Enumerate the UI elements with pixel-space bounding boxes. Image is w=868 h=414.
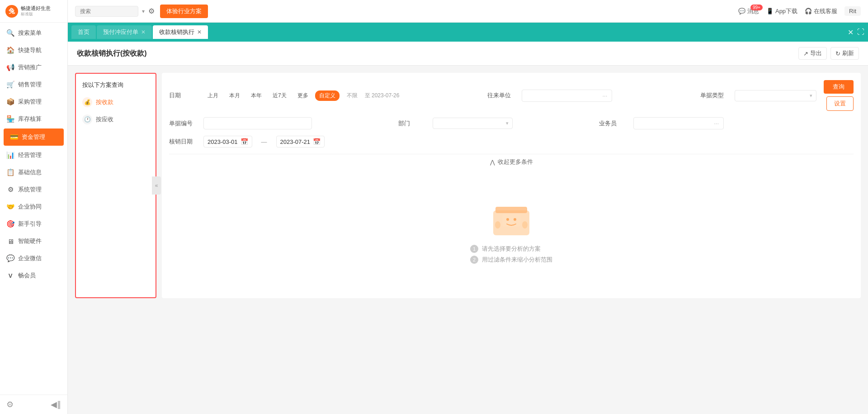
calendar-end-icon[interactable]: 📅	[313, 138, 321, 145]
export-button[interactable]: ↗ 导出	[798, 47, 827, 60]
tab-home[interactable]: 首页	[71, 25, 96, 39]
username-label: Rit	[849, 8, 856, 14]
bill-type-arrow: ▾	[810, 93, 812, 99]
sidebar-item-label: 基础信息	[18, 168, 42, 176]
sidebar-item-operations[interactable]: 📊 经营管理	[0, 147, 67, 164]
page-title: 收款核销执行(按收款)	[77, 49, 147, 58]
tab-prepay-label: 预付冲应付单	[103, 28, 138, 36]
tab-prepay[interactable]: 预付冲应付单 ✕	[97, 25, 152, 39]
dept-select[interactable]: ▾	[433, 118, 513, 129]
page-header: 收款核销执行(按收款) ↗ 导出 ↻ 刷新	[68, 42, 868, 66]
date-custom[interactable]: 自定义	[315, 90, 340, 101]
sidebar-item-hardware[interactable]: 🖥 智能硬件	[0, 233, 67, 250]
sidebar: 兔 畅捷通好生意 标准版 🔍 搜索菜单 🏠 快捷导航 📢 营销推广 🛒 销售管理…	[0, 0, 68, 414]
date-7days[interactable]: 近7天	[269, 90, 291, 101]
page-actions: ↗ 导出 ↻ 刷新	[798, 47, 859, 60]
sidebar-item-label: 采购管理	[18, 98, 42, 106]
salesperson-dots: ···	[714, 120, 719, 127]
sidebar-item-wechat[interactable]: 💬 企业微信	[0, 250, 67, 267]
date-to-text: 至 2023-07-26	[365, 92, 400, 100]
app-logo: 兔 畅捷通好生意 标准版	[0, 0, 67, 23]
svg-point-5	[495, 221, 500, 228]
date-this-month[interactable]: 本月	[225, 90, 244, 101]
svg-point-4	[514, 218, 516, 221]
sidebar-item-label: 企业微信	[18, 254, 42, 262]
sidebar-item-label: 新手引导	[18, 220, 42, 228]
tabbar-actions: ✕ ⛶	[848, 28, 864, 37]
tab-home-label: 首页	[78, 28, 90, 36]
sidebar-item-label: 经营管理	[18, 151, 42, 159]
date-this-year[interactable]: 本年	[247, 90, 266, 101]
sidebar-item-label: 畅会员	[18, 271, 36, 280]
bill-type-label: 单据类型	[700, 91, 727, 100]
counterparty-label: 往来单位	[487, 91, 514, 100]
sidebar-item-collab[interactable]: 🤝 企业协同	[0, 198, 67, 215]
calendar-start-icon[interactable]: 📅	[241, 138, 248, 145]
svg-rect-2	[502, 214, 520, 227]
sidebar-item-guide[interactable]: 🎯 新手引导	[0, 215, 67, 233]
sidebar-item-member[interactable]: V 畅会员	[0, 267, 67, 284]
tab-close-all-icon[interactable]: ✕	[848, 28, 854, 37]
settings-button[interactable]: 设置	[826, 96, 854, 111]
tab-expand-icon[interactable]: ⛶	[857, 28, 864, 36]
app-download-link[interactable]: 📱 App下载	[766, 7, 797, 15]
topbar-search-input[interactable]	[75, 6, 138, 17]
sidebar-item-purchase[interactable]: 📦 采购管理	[0, 93, 67, 110]
sidebar-item-finance[interactable]: 💳 资金管理	[4, 128, 64, 146]
solution-button[interactable]: 体验行业方案	[160, 5, 208, 18]
sidebar-item-basic-info[interactable]: 📋 基础信息	[0, 164, 67, 181]
settings-footer-icon[interactable]: ⚙	[6, 400, 14, 409]
sidebar-item-quicknav[interactable]: 🏠 快捷导航	[0, 42, 67, 59]
online-service-link[interactable]: 🎧 在线客服	[805, 7, 837, 15]
salesperson-label: 业务员	[599, 119, 626, 128]
message-button[interactable]: 💬 消息 99+	[738, 7, 759, 15]
sidebar-item-marketing[interactable]: 📢 营销推广	[0, 59, 67, 76]
verify-date-end-group: 2023-07-21 📅	[276, 136, 325, 148]
topbar-dropdown-icon[interactable]: ▾	[142, 8, 145, 14]
logo-text: 畅捷通好生意	[21, 5, 51, 11]
hardware-icon: 🖥	[6, 238, 14, 245]
hint-num-1: 1	[470, 245, 478, 253]
receipt-icon: 💰	[82, 97, 92, 107]
sidebar-item-label: 企业协同	[18, 203, 42, 211]
left-panel-item-label: 按应收	[96, 115, 113, 124]
empty-hint-1: 1 请先选择要分析的方案	[470, 245, 552, 253]
left-panel: 按以下方案查询 💰 按收款 🕐 按应收 «	[75, 73, 156, 298]
collapse-more-btn[interactable]: ⋀ 收起更多条件	[169, 154, 854, 170]
bill-no-input[interactable]	[203, 117, 312, 129]
verify-date-start-group: 2023-03-01 📅	[203, 136, 252, 148]
home-icon: 🏠	[6, 46, 14, 54]
guide-icon: 🎯	[6, 220, 14, 228]
verify-date-end: 2023-07-21	[280, 138, 311, 145]
sidebar-item-label: 库存核算	[18, 115, 42, 123]
counterparty-input[interactable]: ···	[522, 90, 612, 102]
tab-verify-close[interactable]: ✕	[197, 29, 202, 35]
topbar-gear-icon[interactable]: ⚙	[148, 7, 155, 15]
main-content: ▾ ⚙ 体验行业方案 💬 消息 99+ 📱 App下载 🎧 在线客服 Rit	[68, 0, 868, 414]
sidebar-item-system[interactable]: ⚙ 系统管理	[0, 181, 67, 198]
tab-prepay-close[interactable]: ✕	[141, 29, 146, 35]
date-unlimited-text: 不限	[347, 92, 358, 100]
query-button[interactable]: 查询	[824, 80, 854, 94]
bill-type-select[interactable]: ▾	[735, 90, 816, 101]
sidebar-item-sales[interactable]: 🛒 销售管理	[0, 76, 67, 93]
service-icon: 🎧	[805, 8, 812, 14]
sidebar-item-search[interactable]: 🔍 搜索菜单	[0, 24, 67, 42]
user-info[interactable]: Rit	[844, 6, 861, 16]
date-last-month[interactable]: 上月	[203, 90, 222, 101]
left-panel-item-by-receivable[interactable]: 🕐 按应收	[76, 111, 156, 128]
search-icon: 🔍	[6, 29, 14, 37]
sidebar-item-inventory[interactable]: 🏪 库存核算	[0, 110, 67, 128]
basic-info-icon: 📋	[6, 168, 14, 176]
tab-verify-label: 收款核销执行	[159, 28, 194, 36]
counterparty-dots: ···	[602, 92, 607, 99]
salesperson-input[interactable]: ···	[633, 117, 724, 129]
left-panel-item-by-receipt[interactable]: 💰 按收款	[76, 94, 156, 111]
refresh-button[interactable]: ↻ 刷新	[830, 47, 859, 60]
filter-row-date: 日期 上月 本月 本年 近7天 更多 自定义 不限 至 2023-07-26 往…	[169, 80, 854, 111]
collapse-sidebar-icon[interactable]: ◀‖	[51, 400, 61, 409]
left-panel-collapse-btn[interactable]: «	[152, 176, 161, 195]
sidebar-item-label: 系统管理	[18, 186, 42, 194]
tab-verify[interactable]: 收款核销执行 ✕	[153, 25, 208, 39]
date-more[interactable]: 更多	[293, 90, 312, 101]
